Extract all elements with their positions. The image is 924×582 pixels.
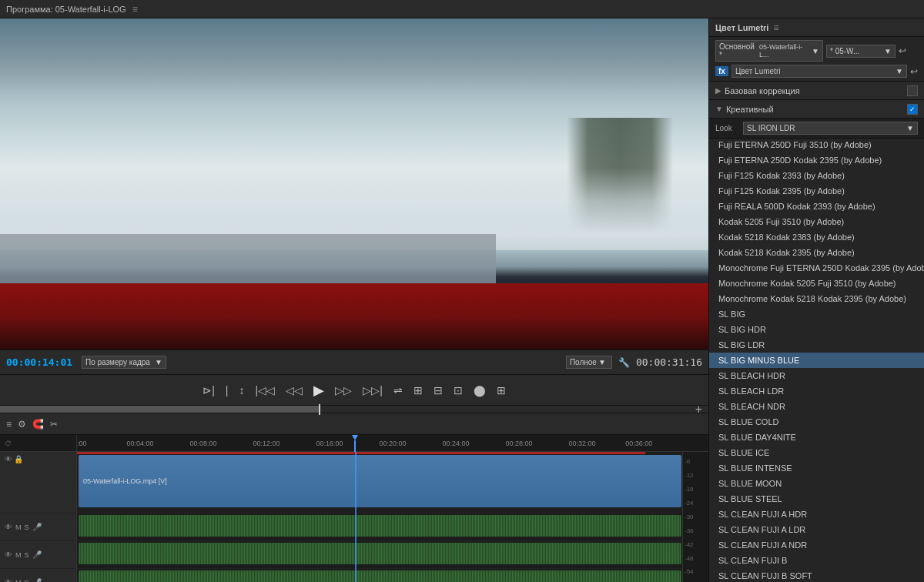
source-dropdown[interactable]: Основной * 05-Waterfall-i-L... ▼ [715, 40, 823, 62]
a3-audio-clip[interactable] [79, 570, 681, 582]
a2-audio-clip[interactable] [79, 543, 681, 564]
lift-button[interactable]: ↕ [236, 381, 248, 400]
timeline-razor-icon[interactable]: ✂ [49, 417, 59, 431]
lut-item-30[interactable]: SL CLEAN FUJI A NDR [709, 537, 924, 553]
lut-item-8[interactable]: Fuji REALA 500D Kodak 2393 (by Adobe) [709, 199, 924, 214]
lut-item-20[interactable]: SL BLEACH LDR [709, 383, 924, 399]
lut-item-29[interactable]: SL CLEAN FUJI A LDR [709, 522, 924, 537]
lut-item-19[interactable]: SL BLEACH HDR [709, 368, 924, 383]
a3-solo-icon[interactable]: S [25, 579, 29, 583]
timeline-magnet-icon[interactable]: 🧲 [31, 417, 45, 431]
lut-dropdown-list[interactable]: НетPro2_iLog_LUT_1.0.0Обзор...CineSpace2… [709, 139, 924, 582]
lut-item-10[interactable]: Kodak 5218 Kodak 2383 (by Adobe) [709, 229, 924, 245]
a3-mute-icon[interactable]: M [15, 579, 22, 583]
look-label: Look [715, 124, 738, 132]
settings-icon[interactable]: 🔧 [618, 357, 630, 368]
fx-close-icon[interactable]: ↩ [899, 45, 906, 56]
step-forward-button[interactable]: ▷▷| [360, 381, 386, 400]
lut-item-9[interactable]: Kodak 5205 Fuji 3510 (by Adobe) [709, 214, 924, 229]
a2-eye-icon[interactable]: 👁 [5, 550, 12, 559]
mark-out-button[interactable]: | [223, 381, 232, 400]
timeline-menu-icon[interactable]: ≡ [5, 417, 13, 431]
a1-mic-icon[interactable]: 🎤 [32, 523, 42, 531]
fx-name-dropdown[interactable]: Цвет Lumetri ▼ [732, 65, 907, 78]
a2-solo-icon[interactable]: S [25, 551, 29, 559]
lut-item-17[interactable]: SL BIG LDR [709, 337, 924, 353]
step-back-button[interactable]: |◁◁ [253, 381, 279, 400]
lut-item-14[interactable]: Monochrome Kodak 5218 Kodak 2395 (by Ado… [709, 291, 924, 306]
a2-mute-icon[interactable]: M [15, 551, 22, 559]
look-dropdown[interactable]: SL IRON LDR ▼ [743, 122, 918, 135]
a2-mic-icon[interactable]: 🎤 [32, 550, 42, 559]
top-bar: Программа: 05-Waterfall-i-LOG ≡ [0, 0, 924, 18]
v1-eye-icon[interactable]: 👁 [5, 455, 12, 463]
lut-item-21[interactable]: SL BLEACH NDR [709, 399, 924, 414]
lut-item-27[interactable]: SL BLUE STEEL [709, 491, 924, 507]
lut-item-22[interactable]: SL BLUE COLD [709, 414, 924, 430]
creative-section-checkbox[interactable]: ✓ [907, 104, 918, 115]
progress-bar[interactable]: + [0, 405, 708, 413]
lut-item-18[interactable]: SL BIG MINUS BLUE [709, 353, 924, 368]
quality-dropdown[interactable]: Полное ▼ [566, 356, 612, 369]
a1-mute-icon[interactable]: M [15, 523, 22, 531]
a3-eye-icon[interactable]: 👁 [5, 578, 12, 582]
right-panel: Цвет Lumetri ≡ Основной * 05-Waterfall-i… [708, 18, 924, 582]
fx-bar: Основной * 05-Waterfall-i-L... ▼ * 05-W.… [709, 37, 924, 82]
lut-item-32[interactable]: SL CLEAN FUJI B SOFT [709, 568, 924, 582]
lut-item-5[interactable]: Fuji ETERNA 250D Kodak 2395 (by Adobe) [709, 152, 924, 168]
a1-solo-icon[interactable]: S [25, 523, 29, 531]
a1-eye-icon[interactable]: 👁 [5, 523, 12, 531]
v1-lock-icon[interactable]: 🔒 [14, 455, 23, 463]
db-mark-36: -36 [685, 527, 707, 534]
fx-row: fx Цвет Lumetri ▼ ↩ [715, 65, 918, 78]
fx-reset-icon[interactable]: ↩ [910, 66, 918, 77]
lumetri-menu-icon[interactable]: ≡ [773, 22, 778, 33]
lut-item-11[interactable]: Kodak 5218 Kodak 2395 (by Adobe) [709, 245, 924, 260]
loop-button[interactable]: ⇌ [390, 381, 406, 400]
a1-audio-clip[interactable] [79, 515, 681, 537]
lut-item-16[interactable]: SL BIG HDR [709, 322, 924, 337]
progress-track[interactable]: + [0, 406, 708, 413]
lut-item-23[interactable]: SL BLUE DAY4NITE [709, 430, 924, 445]
export-button[interactable]: ⊡ [450, 381, 466, 400]
timeline-settings-icon[interactable]: ⚙ [16, 417, 28, 431]
video-clip-label: 05-Waterfall-i-LOG.mp4 [V] [83, 477, 167, 485]
lut-item-31[interactable]: SL CLEAN FUJI B [709, 553, 924, 568]
lut-item-13[interactable]: Monochrome Kodak 5205 Fuji 3510 (by Adob… [709, 276, 924, 291]
video-vehicle-overlay [0, 283, 708, 350]
lut-item-25[interactable]: SL BLUE INTENSE [709, 460, 924, 476]
record-button[interactable]: ⬤ [470, 381, 489, 400]
v1-icons: 👁 🔒 [5, 455, 23, 463]
add-track-button[interactable]: + [695, 403, 702, 416]
insert-button[interactable]: ⊞ [410, 381, 426, 400]
lut-item-24[interactable]: SL BLUE ICE [709, 445, 924, 460]
lut-item-4[interactable]: Fuji ETERNA 250D Fuji 3510 (by Adobe) [709, 139, 924, 152]
basic-correction-checkbox[interactable] [907, 85, 918, 96]
v1-video-clip[interactable]: 05-Waterfall-i-LOG.mp4 [V] [79, 455, 681, 507]
program-menu-icon[interactable]: ≡ [132, 4, 138, 15]
lut-item-12[interactable]: Monochrome Fuji ETERNA 250D Kodak 2395 (… [709, 260, 924, 276]
ruler-marks: :00:00 00:04:00 00:08:00 00:12:00 00:16:… [77, 435, 708, 451]
play-button[interactable]: ▶ [310, 379, 327, 402]
creative-section-label: Креативный [726, 105, 774, 114]
lut-item-26[interactable]: SL BLUE MOON [709, 476, 924, 491]
next-frame-button[interactable]: ▷▷ [332, 381, 355, 400]
timeline-ruler[interactable]: :00:00 00:04:00 00:08:00 00:12:00 00:16:… [77, 435, 708, 452]
db-mark-30: -30 [685, 513, 707, 520]
mark-in-button[interactable]: ⊳| [199, 381, 218, 400]
lut-item-15[interactable]: SL BIG [709, 306, 924, 322]
prev-frame-button[interactable]: ◁◁ [283, 381, 306, 400]
a3-mic-icon[interactable]: 🎤 [32, 578, 42, 582]
creative-section-header[interactable]: ▼ Креативный ✓ [709, 100, 924, 119]
basic-correction-section[interactable]: ▶ Базовая коррекция [709, 82, 924, 100]
timeline-area: ≡ ⚙ 🧲 ✂ ⏱ 👁 🔒 [0, 413, 708, 582]
lut-item-7[interactable]: Fuji F125 Kodak 2395 (by Adobe) [709, 183, 924, 199]
add-marker-button[interactable]: ⊞ [494, 381, 509, 400]
ruler-mark-3: 00:12:00 [253, 440, 280, 447]
a1-track-row [77, 513, 708, 541]
dest-dropdown[interactable]: * 05-W... ▼ [826, 45, 896, 58]
overwrite-button[interactable]: ⊟ [430, 381, 446, 400]
lut-item-6[interactable]: Fuji F125 Kodak 2393 (by Adobe) [709, 168, 924, 183]
lut-item-28[interactable]: SL CLEAN FUJI A HDR [709, 507, 924, 522]
fit-dropdown[interactable]: По размеру кадра ▼ [82, 356, 166, 369]
